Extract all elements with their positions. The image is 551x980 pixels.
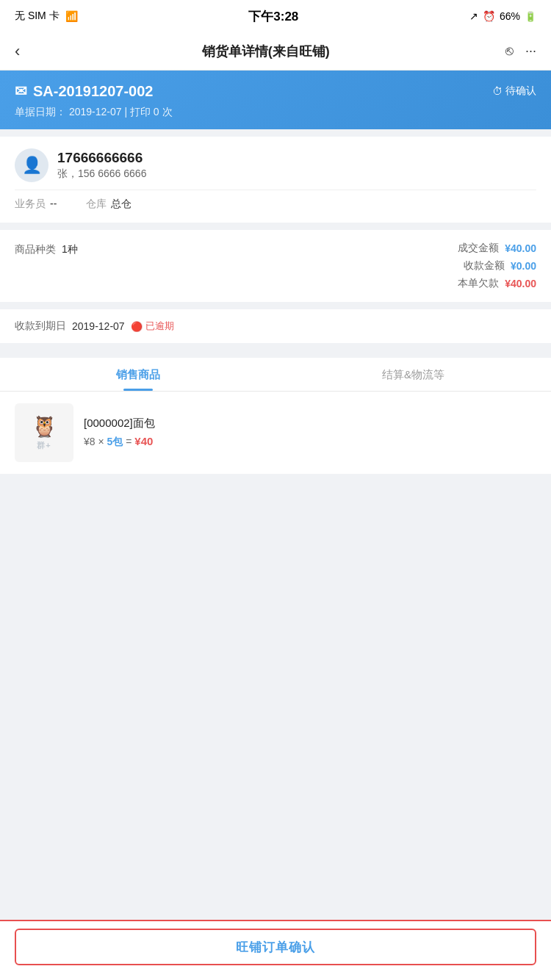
product-qty: 5包	[107, 436, 123, 447]
due-label: 收款到期日	[15, 320, 66, 333]
order-id-text: SA-20191207-002	[33, 83, 153, 100]
multiply-sign: ×	[98, 436, 107, 447]
status-bar: 无 SIM 卡 📶 下午3:28 ↗ ⏰ 66% 🔋	[0, 0, 551, 32]
due-date-value: 2019-12-07	[72, 320, 125, 332]
overdue-badge: 🔴 已逾期	[131, 320, 174, 333]
page-title: 销货单详情(来自旺铺)	[26, 43, 505, 60]
order-icon: ✉	[15, 82, 27, 100]
status-left: 无 SIM 卡 📶	[15, 10, 78, 23]
product-total: ¥40	[134, 435, 153, 447]
owed-label: 本单欠款	[458, 277, 499, 290]
nav-actions: ⎋ ···	[505, 43, 536, 59]
overdue-icon: 🔴	[131, 321, 143, 332]
category-label: 商品种类	[15, 243, 56, 256]
time-display: 下午3:28	[248, 8, 298, 25]
warehouse-meta: 仓库 总仓	[86, 198, 132, 211]
avatar-icon: 👤	[22, 156, 42, 175]
received-label: 收款金额	[464, 259, 505, 273]
customer-sub-info: 张，156 6666 6666	[57, 167, 146, 181]
sales-value: --	[50, 198, 57, 211]
table-row: 🦉 群+ [0000002]面包 ¥8 × 5包 = ¥40	[0, 392, 551, 474]
received-value: ¥0.00	[511, 260, 536, 272]
warehouse-value: 总仓	[111, 198, 132, 211]
tab-settlement-label: 结算&物流等	[382, 368, 444, 381]
nav-bar: ‹ 销货单详情(来自旺铺) ⎋ ···	[0, 32, 551, 71]
product-list: 🦉 群+ [0000002]面包 ¥8 × 5包 = ¥40	[0, 392, 551, 474]
summary-left: 商品种类 1种	[15, 242, 458, 256]
share-icon[interactable]: ⎋	[505, 43, 514, 59]
back-button[interactable]: ‹	[15, 39, 26, 64]
date-value: 2019-12-07	[69, 106, 122, 118]
order-date-row: 单据日期： 2019-12-07 | 打印 0 次	[15, 106, 536, 119]
content-area	[0, 481, 551, 643]
product-thumbnail: 🦉 群+	[15, 403, 73, 462]
print-count: 0	[154, 106, 159, 118]
amount-row: 成交金额 ¥40.00	[458, 242, 536, 255]
date-label: 单据日期：	[15, 106, 66, 118]
tabs: 销售商品 结算&物流等	[0, 358, 551, 392]
amount-value: ¥40.00	[505, 242, 536, 254]
carrier-text: 无 SIM 卡	[15, 10, 60, 23]
location-icon: ↗	[469, 10, 478, 22]
status-text: 待确认	[505, 84, 536, 98]
owed-row: 本单欠款 ¥40.00	[458, 277, 536, 290]
product-info: [0000002]面包 ¥8 × 5包 = ¥40	[84, 417, 536, 449]
alarm-icon: ⏰	[483, 10, 495, 22]
customer-phone: 17666666666	[57, 150, 146, 166]
summary-right: 成交金额 ¥40.00 收款金额 ¥0.00 本单欠款 ¥40.00	[458, 242, 536, 290]
due-card: 收款到期日 2019-12-07 🔴 已逾期	[0, 309, 551, 343]
summary-card: 商品种类 1种 成交金额 ¥40.00 收款金额 ¥0.00 本单欠款 ¥40.…	[0, 230, 551, 302]
owl-plus-text: 群+	[37, 440, 51, 451]
owl-icon: 🦉	[32, 414, 57, 439]
tab-sales-products[interactable]: 销售商品	[0, 358, 276, 391]
overdue-text: 已逾期	[145, 320, 174, 333]
confirm-order-button[interactable]: 旺铺订单确认	[15, 929, 536, 965]
category-value: 1种	[62, 243, 78, 256]
section-divider	[0, 350, 551, 358]
print-unit: 次	[162, 106, 173, 118]
sales-meta: 业务员 --	[15, 198, 57, 211]
print-label: | 打印	[124, 106, 151, 118]
avatar: 👤	[15, 148, 48, 182]
warehouse-label: 仓库	[86, 198, 107, 211]
battery-icon: 🔋	[525, 11, 536, 22]
tab-settlement[interactable]: 结算&物流等	[276, 358, 551, 391]
status-clock-icon: ⏱	[492, 85, 503, 97]
battery-text: 66%	[500, 10, 520, 22]
more-icon[interactable]: ···	[525, 43, 536, 59]
product-name: [0000002]面包	[84, 417, 536, 430]
tab-sales-label: 销售商品	[116, 368, 160, 381]
status-right: ↗ ⏰ 66% 🔋	[469, 10, 536, 22]
sales-label: 业务员	[15, 198, 46, 211]
order-id-row: ✉ SA-20191207-002	[15, 82, 153, 100]
owed-value: ¥40.00	[505, 278, 536, 289]
customer-card: 👤 17666666666 张，156 6666 6666 业务员 -- 仓库 …	[0, 137, 551, 223]
price-unit: ¥8	[84, 436, 96, 447]
amount-label: 成交金额	[458, 242, 499, 255]
order-status: ⏱ 待确认	[492, 84, 536, 98]
bottom-bar: 旺铺订单确认	[0, 920, 551, 980]
product-price: ¥8 × 5包 = ¥40	[84, 435, 536, 449]
equals-sign: =	[126, 436, 134, 447]
received-row: 收款金额 ¥0.00	[464, 259, 536, 273]
order-header: ✉ SA-20191207-002 ⏱ 待确认 单据日期： 2019-12-07…	[0, 71, 551, 129]
customer-meta: 业务员 -- 仓库 总仓	[15, 190, 536, 211]
wifi-icon: 📶	[65, 10, 78, 22]
